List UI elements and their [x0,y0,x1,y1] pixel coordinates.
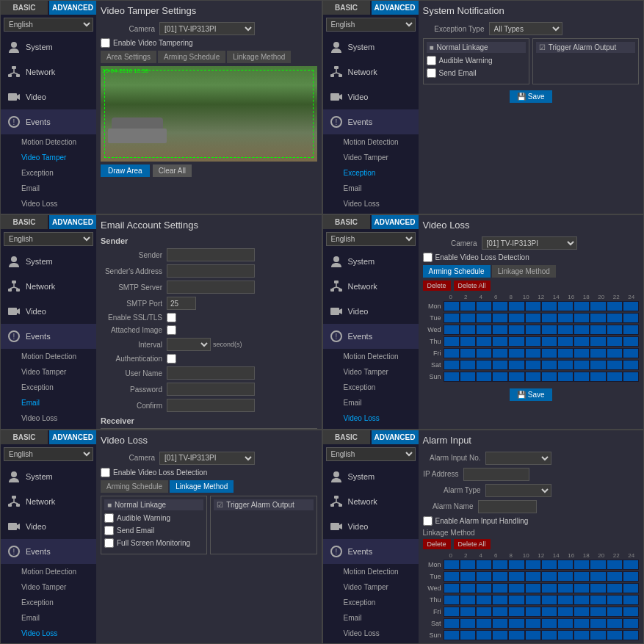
delete-btn-vl[interactable]: Delete [423,281,451,291]
sub-email-4[interactable]: Email [323,395,419,410]
cells-fri-vl[interactable] [444,348,640,358]
sub-video-tamper-5[interactable]: Video Tamper [1,579,96,595]
cells-wed-vl[interactable] [444,325,640,335]
sub-video-loss-3[interactable]: Video Loss [1,410,96,426]
nav-network-2[interactable]: Network [323,59,419,84]
auth-checkbox[interactable] [167,354,176,363]
sub-video-tamper-3[interactable]: Video Tamper [1,364,96,380]
audible-warning-check[interactable] [427,56,436,65]
sub-exception-5[interactable]: Exception [1,595,96,610]
cells-wed-ai[interactable] [444,583,640,593]
audible-warning-check-vll[interactable] [104,513,114,523]
nav-video-3[interactable]: Video [1,299,96,324]
sub-email-6[interactable]: Email [323,610,419,626]
sub-exception-6[interactable]: Exception [323,595,419,610]
sub-video-tamper-2[interactable]: Video Tamper [323,150,419,165]
nav-network-3[interactable]: Network [1,274,96,299]
enable-vl-checkbox[interactable] [423,253,433,262]
cells-mon-ai[interactable] [444,560,640,570]
send-email-check-vll[interactable] [104,526,114,535]
basic-tab-2[interactable]: BASIC [323,1,370,15]
nav-video-4[interactable]: Video [323,299,419,324]
enable-vll-checkbox[interactable] [101,468,110,477]
nav-video-6[interactable]: Video [323,514,419,539]
password-input[interactable] [167,383,255,396]
camera-select[interactable]: [01] TV-IP313PI [159,22,255,35]
sub-motion-3[interactable]: Motion Detection [1,349,96,364]
tab-area-settings[interactable]: Area Settings [101,51,156,63]
tab-linkage-vl[interactable]: Linkage Method [492,265,556,278]
tab-arming-vll[interactable]: Arming Schedule [101,480,168,493]
tab-linkage-vll[interactable]: Linkage Method [170,480,234,493]
sub-video-loss-1[interactable]: Video Loss [1,196,96,211]
nav-system-1[interactable]: System [1,35,96,59]
sub-exception-1[interactable]: Exception [1,165,96,181]
sub-motion-5[interactable]: Motion Detection [1,564,96,579]
nav-system-3[interactable]: System [1,249,96,274]
nav-network-5[interactable]: Network [1,489,96,514]
nav-events-3[interactable]: ! Events [1,324,96,349]
sub-email-1[interactable]: Email [1,181,96,196]
draw-area-btn[interactable]: Draw Area [101,164,150,177]
sub-motion-2[interactable]: Motion Detection [323,134,419,150]
lang-select-6[interactable]: English [326,447,416,461]
camera-select-vl[interactable]: [01] TV-IP313PI [482,236,577,250]
lang-select-3[interactable]: English [4,232,93,246]
advanced-tab-5[interactable]: ADVANCED [49,430,96,444]
username-input[interactable] [167,366,255,380]
lang-select-2[interactable]: English [326,18,416,32]
advanced-tab-1[interactable]: ADVANCED [49,1,96,15]
sub-motion-1[interactable]: Motion Detection [1,134,96,150]
basic-tab-3[interactable]: BASIC [1,215,48,229]
delete-btn-ai[interactable]: Delete [423,539,451,549]
nav-system-2[interactable]: System [323,35,419,59]
attached-checkbox[interactable] [167,325,176,335]
sub-video-loss-4[interactable]: Video Loss [323,410,419,426]
alarm-no-select[interactable] [485,452,551,465]
cells-mon-vl[interactable] [444,301,640,311]
delete-all-btn-ai[interactable]: Delete All [454,539,491,549]
cells-sat-vl[interactable] [444,360,640,370]
nav-network-1[interactable]: Network [1,59,96,84]
nav-network-6[interactable]: Network [323,489,419,514]
sub-email-2[interactable]: Email [323,181,419,196]
sub-motion-6[interactable]: Motion Detection [323,564,419,579]
sub-video-tamper-1[interactable]: Video Tamper [1,150,96,165]
save-btn-vl[interactable]: 💾 Save [510,388,552,401]
nav-events-4[interactable]: ! Events [323,324,419,349]
sub-video-tamper-6[interactable]: Video Tamper [323,579,419,595]
sub-exception-4[interactable]: Exception [323,380,419,395]
basic-tab-6[interactable]: BASIC [323,430,370,444]
advanced-tab-6[interactable]: ADVANCED [372,430,419,444]
sub-email-5[interactable]: Email [1,610,96,626]
interval-select[interactable] [167,338,211,351]
nav-events-1[interactable]: ! Events [1,109,96,134]
sub-alarm-input-6[interactable]: Alarm Input [323,641,419,644]
lang-select-1[interactable]: English [4,18,93,32]
nav-video-1[interactable]: Video [1,84,96,109]
sub-exception-3[interactable]: Exception [1,380,96,395]
confirm-input[interactable] [167,399,255,412]
sub-email-3[interactable]: Email [1,395,96,410]
cells-fri-ai[interactable] [444,607,640,617]
ip-input[interactable] [463,468,529,481]
send-email-check[interactable] [427,68,436,78]
sub-video-tamper-4[interactable]: Video Tamper [323,364,419,380]
lang-select-5[interactable]: English [4,447,93,461]
alarm-name-input[interactable] [478,500,537,513]
basic-tab-4[interactable]: BASIC [323,215,370,229]
sub-alarm-input-5[interactable]: Alarm Input [1,641,96,644]
smtp-server-input[interactable] [167,281,255,294]
cells-tue-ai[interactable] [444,571,640,582]
clear-all-btn[interactable]: Clear All [153,164,192,177]
sub-motion-4[interactable]: Motion Detection [323,349,419,364]
cells-thu-ai[interactable] [444,595,640,605]
tab-arming-schedule[interactable]: Arming Schedule [158,51,225,63]
save-btn-notification[interactable]: 💾 Save [510,90,552,103]
sub-video-loss-6[interactable]: Video Loss [323,626,419,641]
cells-tue-vl[interactable] [444,313,640,323]
nav-network-4[interactable]: Network [323,274,419,299]
camera-select-vll[interactable]: [01] TV-IP313PI [159,452,255,465]
exception-select[interactable]: All Types [489,22,562,35]
sender-input[interactable] [167,248,255,261]
